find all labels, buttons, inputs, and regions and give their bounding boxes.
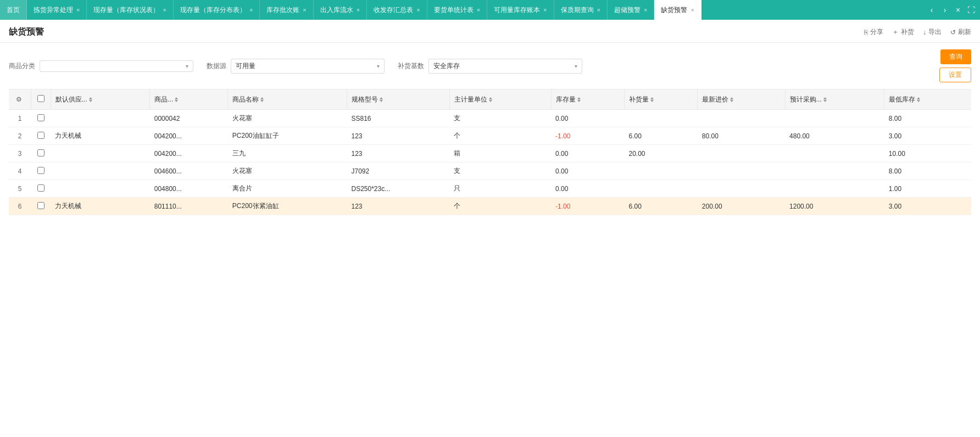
row-supplier bbox=[51, 180, 150, 198]
product-code-sort-icon bbox=[175, 97, 178, 102]
product-code-sort[interactable]: 商品... bbox=[154, 95, 223, 104]
tab-batch-account-close[interactable]: × bbox=[303, 7, 306, 13]
col-stock: 库存量 bbox=[551, 89, 624, 110]
row-checkbox-cell bbox=[31, 198, 51, 215]
tab-inventory-dist[interactable]: 现存量（库存分布表） × bbox=[174, 0, 260, 20]
unit-sort[interactable]: 主计量单位 bbox=[454, 95, 547, 104]
replenish-base-select[interactable]: 安全库存 ▾ bbox=[428, 59, 582, 74]
refresh-button[interactable]: ↺ 刷新 bbox=[950, 27, 971, 37]
row-supplier: 力天机械 bbox=[51, 198, 150, 215]
tab-next-button[interactable]: › bbox=[938, 3, 951, 16]
row-stock: 0.00 bbox=[551, 145, 624, 163]
col-est-purchase: 预计采购... bbox=[785, 89, 884, 110]
refresh-icon: ↺ bbox=[950, 29, 956, 36]
row-replenish bbox=[624, 180, 697, 198]
replenish-button[interactable]: ＋ 补货 bbox=[892, 27, 914, 37]
tab-close-all-button[interactable]: × bbox=[951, 3, 965, 16]
row-spec: 123 bbox=[347, 198, 450, 215]
row-checkbox[interactable] bbox=[37, 167, 44, 174]
row-product-name: PC200油缸缸子 bbox=[228, 127, 347, 145]
product-name-sort[interactable]: 商品名称 bbox=[232, 95, 342, 104]
row-product-name: 火花塞 bbox=[228, 110, 347, 127]
row-checkbox[interactable] bbox=[37, 132, 44, 139]
tab-inventory-status-close[interactable]: × bbox=[163, 7, 166, 13]
tab-overstock[interactable]: 超储预警 × bbox=[608, 0, 654, 20]
row-est-purchase bbox=[785, 180, 884, 198]
tab-inventory-status[interactable]: 现存量（库存状况表） × bbox=[87, 0, 173, 20]
row-replenish: 6.00 bbox=[624, 198, 697, 215]
replenish-sort[interactable]: 补货量 bbox=[629, 95, 693, 104]
min-stock-sort[interactable]: 最低库存 bbox=[889, 95, 967, 104]
tab-fullscreen-button[interactable]: ⛶ bbox=[965, 3, 978, 16]
row-supplier bbox=[51, 110, 150, 127]
tab-available-ledger[interactable]: 可用量库存账本 × bbox=[487, 0, 554, 20]
tab-receive-summary[interactable]: 收发存汇总表 × bbox=[367, 0, 427, 20]
est-purchase-sort[interactable]: 预计采购... bbox=[790, 95, 880, 104]
tab-exception[interactable]: 拣货异常处理 × bbox=[27, 0, 87, 20]
export-icon: ↓ bbox=[923, 29, 926, 36]
row-unit: 箱 bbox=[449, 145, 551, 163]
row-stock: -1.00 bbox=[551, 127, 624, 145]
tab-exception-close[interactable]: × bbox=[76, 7, 80, 13]
tab-home[interactable]: 首页 bbox=[0, 0, 27, 20]
row-product-code: 801110... bbox=[150, 198, 228, 215]
table-row: 5 004800... 离合片 DS250*23c... 只 0.00 1.00 bbox=[9, 180, 971, 198]
row-product-code: 004600... bbox=[150, 163, 228, 180]
row-latest-price bbox=[698, 110, 785, 127]
row-checkbox[interactable] bbox=[37, 114, 44, 121]
tab-available-ledger-close[interactable]: × bbox=[543, 7, 547, 13]
row-checkbox[interactable] bbox=[37, 202, 44, 209]
tab-requisition-stat-close[interactable]: × bbox=[477, 7, 480, 13]
category-select[interactable]: ▾ bbox=[40, 60, 193, 72]
row-supplier: 力天机械 bbox=[51, 127, 150, 145]
tab-bar: 首页 拣货异常处理 × 现存量（库存状况表） × 现存量（库存分布表） × 库存… bbox=[0, 0, 980, 20]
tab-receive-summary-close[interactable]: × bbox=[416, 7, 420, 13]
row-stock: 0.00 bbox=[551, 180, 624, 198]
tab-requisition-stat[interactable]: 要货单统计表 × bbox=[427, 0, 487, 20]
tab-expiry-query-close[interactable]: × bbox=[597, 7, 600, 13]
tab-inventory-dist-close[interactable]: × bbox=[249, 7, 253, 13]
row-stock: 0.00 bbox=[551, 163, 624, 180]
settings-button[interactable]: 设置 bbox=[939, 68, 971, 82]
tab-overstock-close[interactable]: × bbox=[644, 7, 647, 13]
row-product-name: 离合片 bbox=[228, 180, 347, 198]
column-settings-button[interactable]: ⚙ bbox=[13, 94, 24, 105]
query-button[interactable]: 查询 bbox=[940, 49, 971, 64]
export-button[interactable]: ↓ 导出 bbox=[923, 27, 942, 37]
tab-inout-flow-close[interactable]: × bbox=[357, 7, 360, 13]
row-checkbox[interactable] bbox=[37, 149, 44, 156]
spec-sort[interactable]: 规格型号 bbox=[352, 95, 445, 104]
supplier-sort[interactable]: 默认供应... bbox=[55, 95, 146, 104]
col-unit: 主计量单位 bbox=[449, 89, 551, 110]
stock-sort[interactable]: 库存量 bbox=[556, 95, 620, 104]
row-replenish bbox=[624, 110, 697, 127]
share-button[interactable]: ⎘ 分享 bbox=[864, 27, 883, 37]
row-checkbox-cell bbox=[31, 163, 51, 180]
tab-batch-account[interactable]: 库存批次账 × bbox=[260, 0, 313, 20]
row-product-name: 三九 bbox=[228, 145, 347, 163]
tab-expiry-query[interactable]: 保质期查询 × bbox=[554, 0, 608, 20]
latest-price-sort-icon bbox=[730, 97, 733, 102]
stock-sort-icon bbox=[577, 97, 581, 102]
col-gear: ⚙ bbox=[9, 89, 31, 110]
row-est-purchase bbox=[785, 110, 884, 127]
latest-price-sort[interactable]: 最新进价 bbox=[702, 95, 780, 104]
row-num: 2 bbox=[9, 127, 31, 145]
category-filter-group: 商品分类 ▾ bbox=[9, 60, 193, 72]
filter-bar: 商品分类 ▾ 数据源 可用量 ▾ 补货基数 安全库存 ▾ 查询 设置 bbox=[0, 43, 980, 89]
row-spec: DS250*23c... bbox=[347, 180, 450, 198]
tab-shortage-close[interactable]: × bbox=[691, 7, 694, 13]
row-unit: 只 bbox=[449, 180, 551, 198]
tab-inout-flow[interactable]: 出入库流水 × bbox=[314, 0, 367, 20]
row-unit: 支 bbox=[449, 110, 551, 127]
category-label: 商品分类 bbox=[9, 61, 35, 71]
table-row: 2 力天机械 004200... PC200油缸缸子 123 个 -1.00 6… bbox=[9, 127, 971, 145]
supplier-sort-icon bbox=[89, 97, 92, 102]
row-latest-price bbox=[698, 145, 785, 163]
select-all-checkbox[interactable] bbox=[37, 95, 44, 102]
tab-shortage[interactable]: 缺货预警 × bbox=[654, 0, 701, 20]
datasource-select[interactable]: 可用量 ▾ bbox=[231, 59, 385, 74]
col-checkbox-header bbox=[31, 89, 51, 110]
tab-prev-button[interactable]: ‹ bbox=[925, 3, 938, 16]
row-checkbox[interactable] bbox=[37, 184, 44, 192]
